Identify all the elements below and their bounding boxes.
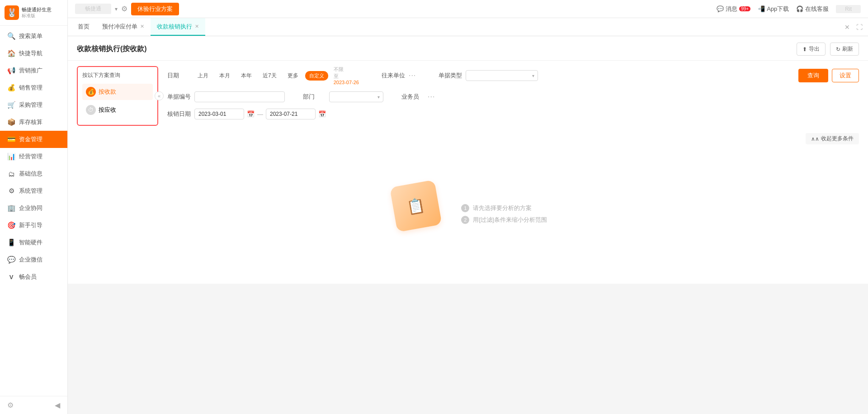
sidebar-item-search[interactable]: 🔍 搜索菜单 [0,28,67,45]
hint-num-1: 1 [461,204,469,212]
verify-date-end[interactable] [266,109,316,119]
date-btn-more[interactable]: 更多 [283,70,302,81]
filter-verify-date-item: 核销日期 📅 — 📅 [167,109,326,119]
sidebar-item-guide[interactable]: 🎯 新手引导 [0,217,67,234]
sidebar-item-business-label: 经营管理 [19,152,42,161]
staff-select-btn[interactable]: ··· [428,93,435,101]
topbar-settings-icon[interactable]: ⚙ [121,5,127,13]
tab-prepay-close[interactable]: ✕ [140,24,144,29]
vip-icon: V [7,273,15,281]
collapse-more-label: 收起更多条件 [821,135,854,143]
sidebar-settings-icon[interactable]: ⚙ [7,401,14,409]
close-tab-btn[interactable]: ✕ [843,22,852,33]
sidebar-item-business[interactable]: 📊 经营管理 [0,148,67,165]
filter-settings-btn[interactable]: 设置 [832,69,859,82]
date-btn-this-year[interactable]: 本年 [237,70,256,81]
expand-tab-btn[interactable]: ⛶ [854,22,864,33]
collapse-more-bar: ∧∧ 收起更多条件 [68,131,868,148]
message-icon: 💬 [717,5,724,12]
online-service-btn[interactable]: 🎧 在线客服 [796,5,829,13]
verify-date-start-cal-icon[interactable]: 📅 [247,110,255,118]
empty-hint-2: 2 用[过滤]条件来缩小分析范围 [461,216,547,224]
sidebar-item-purchase[interactable]: 🛒 采购管理 [0,96,67,114]
app-download-label: App下载 [767,5,789,13]
filter-staff-item: 业务员 ··· [401,93,435,101]
dept-select[interactable] [329,91,383,102]
messages-btn[interactable]: 💬 消息 99+ [717,5,750,13]
date-btn-custom[interactable]: 自定义 [305,71,328,81]
verify-date-end-cal-icon[interactable]: 📅 [318,110,326,118]
sidebar-item-sales[interactable]: 💰 销售管理 [0,79,67,96]
empty-state-icon: 📋 [389,184,443,238]
sidebar-item-hardware-label: 智能硬件 [19,238,42,247]
industry-btn[interactable]: 休验行业方案 [131,3,179,15]
sidebar-item-quick-nav[interactable]: 🏠 快捷导航 [0,45,67,62]
tab-receivable-close[interactable]: ✕ [195,24,199,29]
sidebar-item-basic-info-label: 基础信息 [19,170,42,178]
sidebar-item-finance[interactable]: 💳 资金管理 [0,131,67,148]
filter-right-panel: 日期 上月 本月 本年 近7天 更多 自定义 不限 至 [167,66,859,126]
business-icon: 📊 [7,152,15,161]
tab-home[interactable]: 首页 [71,18,96,36]
filter-doctype-item: 单据类型 ▾ [439,70,538,81]
tab-receivable[interactable]: 收款核销执行 ✕ [151,18,205,36]
sidebar-collapse-icon[interactable]: ◀ [55,401,60,409]
user-info[interactable]: Rit [836,5,861,13]
sidebar-item-wechat[interactable]: 💬 企业微信 [0,251,67,268]
collapse-more-btn[interactable]: ∧∧ 收起更多条件 [806,133,859,144]
topbar-dropdown-arrow[interactable]: ▾ [115,6,118,12]
filter-row-1: 日期 上月 本月 本年 近7天 更多 自定义 不限 至 [167,66,859,85]
sidebar-item-vip[interactable]: V 畅会员 [0,268,67,286]
page-title-bar: 收款核销执行(按收款) ⬆ 导出 ↻ 刷新 [68,36,868,61]
collapse-arrow[interactable]: « [155,91,164,100]
query-action-group: 查询 设置 [798,69,859,82]
tab-bar-actions: ✕ ⛶ [843,18,864,36]
doctype-select-wrapper: ▾ [466,70,538,81]
doctype-select[interactable] [466,70,538,81]
sidebar-item-marketing-label: 营销推广 [19,67,42,75]
sidebar-item-basic-info[interactable]: 🗂 基础信息 [0,165,67,182]
sidebar-item-inventory-label: 库存核算 [19,118,42,126]
filter-docno-item: 单据编号 [167,91,285,102]
quick-nav-icon: 🏠 [7,49,15,57]
filter-date-item: 日期 上月 本月 本年 近7天 更多 自定义 不限 至 [167,66,359,85]
sidebar-bottom: ⚙ ◀ [0,396,67,414]
sidebar-item-inventory[interactable]: 📦 库存核算 [0,114,67,131]
sidebar-item-enterprise[interactable]: 🏢 企业协同 [0,200,67,217]
page-inner: 收款核销执行(按收款) ⬆ 导出 ↻ 刷新 按以下方案查询 [68,36,868,284]
date-btn-7days[interactable]: 近7天 [259,70,281,81]
date-btn-last-month[interactable]: 上月 [193,70,212,81]
verify-date-start[interactable] [194,109,244,119]
party-select-btn[interactable]: ··· [409,71,416,80]
tab-prepay[interactable]: 预付冲应付单 ✕ [96,18,151,36]
export-btn[interactable]: ⬆ 导出 [797,43,826,56]
tab-home-label: 首页 [78,23,90,31]
sidebar-item-hardware[interactable]: 📱 智能硬件 [0,234,67,251]
page-content: 收款核销执行(按收款) ⬆ 导出 ↻ 刷新 按以下方案查询 [68,36,868,414]
sidebar-item-system[interactable]: ⚙ 系统管理 [0,182,67,200]
receivable-option-label: 按应收 [99,106,116,114]
staff-label: 业务员 [401,93,424,101]
docno-input[interactable] [194,91,285,102]
sidebar-logo: 🐰 畅捷通好生意 标准版 [0,0,67,26]
filter-option-receivable[interactable]: ⏱ 按应收 [82,102,153,118]
filter-panel-title: 按以下方案查询 [82,71,153,79]
topbar-logo: 畅捷通 [75,4,111,14]
sidebar-item-wechat-label: 企业微信 [19,256,42,264]
sidebar-item-enterprise-label: 企业协同 [19,204,42,212]
sidebar-item-marketing[interactable]: 📢 营销推广 [0,62,67,79]
verify-date-sep: — [257,111,263,118]
app-download-btn[interactable]: 📲 App下载 [758,5,789,13]
filter-party-item: 往来单位 ··· [382,71,416,80]
guide-icon: 🎯 [7,221,15,229]
query-btn[interactable]: 查询 [798,69,828,82]
tab-receivable-label: 收款核销执行 [157,23,192,31]
date-btn-this-month[interactable]: 本月 [215,70,234,81]
inventory-icon: 📦 [7,118,15,126]
refresh-btn[interactable]: ↻ 刷新 [830,43,859,56]
filter-option-receipt[interactable]: 💰 按收款 [82,84,153,100]
sidebar-item-quick-nav-label: 快捷导航 [19,49,42,57]
sales-icon: 💰 [7,84,15,92]
dept-select-wrapper: ▾ [329,91,383,102]
refresh-icon: ↻ [836,46,840,52]
